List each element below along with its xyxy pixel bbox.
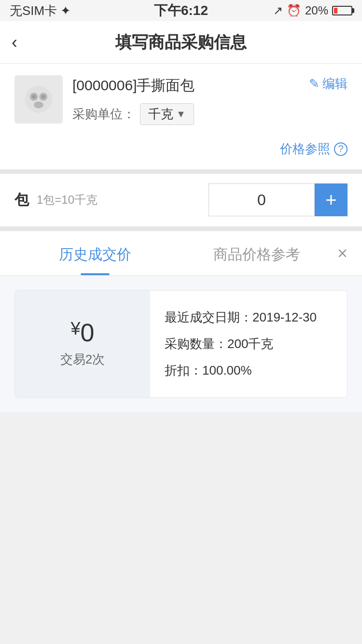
purchase-qty-label: 采购数量： bbox=[165, 336, 227, 351]
history-price: ¥0 bbox=[71, 320, 95, 345]
quantity-section: 包 1包=10千克 0 + bbox=[0, 174, 362, 226]
bottom-space bbox=[0, 412, 362, 644]
quantity-right: 0 + bbox=[209, 183, 348, 216]
trade-count: 交易2次 bbox=[60, 351, 105, 368]
status-right: ↗ ⏰ 20% bbox=[273, 4, 352, 17]
quantity-value: 0 bbox=[257, 191, 266, 209]
tab-content: ¥0 交易2次 最近成交日期：2019-12-30 采购数量：200千克 折扣：… bbox=[0, 276, 362, 412]
tab-price-ref[interactable]: 商品价格参考 bbox=[176, 231, 337, 275]
status-time: 下午6:12 bbox=[154, 1, 208, 20]
tab-header: 历史成交价 商品价格参考 × bbox=[0, 231, 362, 276]
latest-date-row: 最近成交日期：2019-12-30 bbox=[165, 308, 333, 327]
price-value: 0 bbox=[81, 319, 95, 347]
tab2-label: 商品价格参考 bbox=[213, 246, 300, 262]
unit-label: 采购单位： bbox=[72, 106, 135, 123]
quantity-input[interactable]: 0 bbox=[209, 183, 315, 216]
history-card: ¥0 交易2次 最近成交日期：2019-12-30 采购数量：200千克 折扣：… bbox=[14, 290, 348, 398]
tab1-label: 历史成交价 bbox=[59, 246, 131, 262]
product-name: [0000006]手撕面包 bbox=[72, 75, 309, 96]
purchase-qty-row: 采购数量：200千克 bbox=[165, 335, 333, 353]
price-ref-question-icon: ? bbox=[334, 142, 348, 156]
battery-percent: 20% bbox=[305, 4, 328, 17]
battery-icon bbox=[332, 6, 352, 15]
history-card-right: 最近成交日期：2019-12-30 采购数量：200千克 折扣：100.00% bbox=[150, 291, 347, 397]
svg-point-4 bbox=[42, 95, 45, 98]
svg-point-0 bbox=[25, 86, 52, 113]
alarm-icon: ⏰ bbox=[287, 4, 301, 17]
svg-point-3 bbox=[32, 95, 36, 98]
discount-row: 折扣：100.00% bbox=[165, 361, 333, 380]
tab-close-button[interactable]: × bbox=[337, 234, 348, 273]
quantity-unit-badge: 包 bbox=[14, 190, 29, 210]
product-left: [0000006]手撕面包 采购单位： 千克 ▼ bbox=[14, 75, 309, 125]
product-unit-row: 采购单位： 千克 ▼ bbox=[72, 103, 309, 125]
divider bbox=[0, 170, 362, 174]
latest-date-value: 2019-12-30 bbox=[252, 310, 317, 324]
tab-section: 历史成交价 商品价格参考 × ¥0 交易2次 最近成交日期：2019-12-30… bbox=[0, 231, 362, 412]
status-left: 无SIM卡 ✦ bbox=[10, 2, 71, 19]
currency-symbol: ¥ bbox=[71, 319, 81, 338]
carrier-text: 无SIM卡 ✦ bbox=[10, 2, 71, 19]
purchase-qty-value: 200千克 bbox=[227, 336, 273, 351]
discount-label: 折扣： bbox=[165, 363, 202, 378]
product-section: [0000006]手撕面包 采购单位： 千克 ▼ ✎ 编辑 价格参照 ? bbox=[0, 64, 362, 169]
price-ref-label: 价格参照 bbox=[280, 140, 330, 157]
status-bar: 无SIM卡 ✦ 下午6:12 ↗ ⏰ 20% bbox=[0, 0, 362, 21]
product-header: [0000006]手撕面包 采购单位： 千克 ▼ ✎ 编辑 bbox=[14, 75, 348, 125]
product-thumbnail bbox=[14, 75, 63, 124]
tab-history-price[interactable]: 历史成交价 bbox=[14, 231, 176, 275]
price-ref-button[interactable]: 价格参照 ? bbox=[280, 140, 348, 157]
location-icon: ↗ bbox=[273, 4, 283, 17]
back-button[interactable]: ‹ bbox=[12, 32, 17, 53]
edit-button[interactable]: ✎ 编辑 bbox=[309, 75, 348, 92]
history-card-left: ¥0 交易2次 bbox=[15, 291, 150, 397]
unit-value: 千克 bbox=[148, 106, 173, 123]
quantity-left: 包 1包=10千克 bbox=[14, 190, 97, 210]
latest-date-label: 最近成交日期： bbox=[165, 310, 252, 324]
edit-label: 编辑 bbox=[322, 75, 348, 92]
unit-conversion: 1包=10千克 bbox=[37, 192, 97, 208]
nav-bar: ‹ 填写商品采购信息 bbox=[0, 21, 362, 64]
unit-selector[interactable]: 千克 ▼ bbox=[140, 103, 194, 125]
discount-value: 100.00% bbox=[202, 363, 252, 378]
product-owl-logo bbox=[22, 83, 56, 116]
product-info: [0000006]手撕面包 采购单位： 千克 ▼ bbox=[72, 75, 309, 125]
page-title: 填写商品采购信息 bbox=[115, 31, 247, 54]
section-divider bbox=[0, 227, 362, 231]
plus-button[interactable]: + bbox=[315, 183, 348, 216]
unit-dropdown-arrow: ▼ bbox=[176, 109, 186, 120]
edit-icon: ✎ bbox=[309, 76, 320, 91]
